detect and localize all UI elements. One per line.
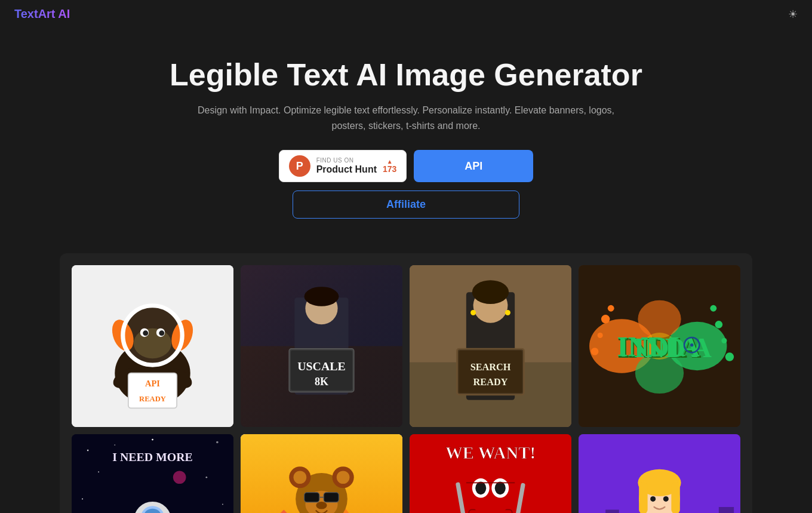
svg-point-56 (690, 343, 693, 346)
svg-point-60 (152, 439, 153, 441)
svg-point-62 (216, 441, 219, 444)
svg-text:8K: 8K (315, 376, 328, 388)
svg-rect-57 (72, 434, 233, 513)
svg-point-66 (222, 504, 223, 505)
svg-text:I NEED MORE: I NEED MORE (112, 451, 193, 464)
hero-section: Legible Text AI Image Generator Design w… (0, 28, 812, 253)
svg-rect-117 (605, 510, 619, 513)
gallery-item[interactable]: USCALE 8K (241, 265, 402, 427)
sun-icon: ☀ (788, 8, 798, 20)
svg-text:READY: READY (139, 395, 166, 403)
gallery-item[interactable]: I NEED MORE (72, 434, 233, 513)
product-hunt-button[interactable]: P FIND US ON Product Hunt ▲ 173 (279, 150, 407, 182)
hero-title: Legible Text AI Image Generator (12, 58, 800, 92)
svg-point-31 (470, 310, 476, 315)
svg-rect-92 (304, 493, 319, 502)
svg-rect-119 (719, 507, 734, 513)
api-button[interactable]: API (414, 150, 533, 182)
product-hunt-logo: P (289, 155, 310, 177)
product-hunt-name: Product Hunt (316, 164, 377, 175)
svg-point-95 (316, 502, 327, 509)
gallery-item[interactable]: WE WANT! (410, 434, 571, 513)
svg-point-32 (505, 310, 510, 315)
affiliate-button[interactable]: Affiliate (293, 191, 519, 219)
svg-point-43 (601, 315, 610, 323)
svg-point-6 (143, 331, 148, 336)
svg-point-49 (710, 305, 716, 312)
gallery-item[interactable]: INDIA INDIA IND A (579, 265, 740, 427)
svg-point-47 (715, 321, 723, 328)
gallery-item[interactable]: STAY COOL (241, 434, 402, 513)
gallery-grid: API READY (72, 265, 740, 513)
svg-rect-93 (324, 493, 339, 502)
svg-rect-128 (671, 482, 679, 513)
product-hunt-number: 173 (383, 165, 396, 173)
theme-toggle-button[interactable]: ☀ (788, 8, 798, 21)
svg-point-30 (472, 281, 509, 305)
svg-point-65 (82, 499, 83, 500)
svg-point-44 (598, 333, 603, 338)
svg-point-50 (725, 353, 734, 361)
svg-point-46 (591, 348, 599, 356)
svg-point-58 (87, 450, 89, 451)
svg-point-3 (134, 328, 171, 359)
svg-text:SEARCH: SEARCH (470, 363, 511, 373)
svg-point-90 (337, 471, 350, 484)
gallery-wrapper: API READY (60, 253, 752, 513)
gallery-item[interactable]: API READY (72, 265, 233, 427)
svg-point-109 (475, 482, 486, 495)
product-hunt-find-label: FIND US ON (316, 158, 354, 164)
gallery-item[interactable]: VOTE (579, 434, 740, 513)
svg-point-45 (608, 305, 614, 312)
svg-point-130 (663, 496, 669, 502)
svg-text:API: API (145, 379, 160, 389)
svg-point-88 (294, 471, 307, 484)
affiliate-row: Affiliate (12, 191, 800, 219)
svg-text:READY: READY (473, 377, 508, 388)
svg-point-21 (304, 287, 339, 307)
svg-text:USCALE: USCALE (297, 360, 346, 373)
svg-point-48 (721, 338, 727, 343)
svg-point-69 (173, 471, 186, 484)
cta-row: P FIND US ON Product Hunt ▲ 173 API (12, 150, 800, 182)
svg-rect-127 (639, 482, 647, 513)
svg-point-64 (205, 477, 207, 478)
svg-point-7 (159, 331, 164, 336)
svg-point-110 (495, 482, 506, 495)
header: TextArt AI ☀ (0, 0, 812, 28)
product-hunt-count: ▲ 173 (383, 159, 396, 173)
svg-point-59 (114, 445, 115, 446)
logo[interactable]: TextArt AI (14, 7, 70, 21)
hero-subtitle: Design with Impact. Optimize legible tex… (197, 103, 615, 133)
svg-point-63 (98, 472, 99, 473)
svg-text:IND: IND (633, 332, 685, 363)
svg-text:A: A (691, 332, 712, 363)
svg-text:WE WANT!: WE WANT! (445, 443, 536, 462)
gallery-item[interactable]: SEARCH READY (410, 265, 571, 427)
svg-point-129 (650, 496, 656, 502)
gallery-container: API READY (48, 253, 764, 513)
product-hunt-text: FIND US ON Product Hunt (316, 158, 377, 175)
